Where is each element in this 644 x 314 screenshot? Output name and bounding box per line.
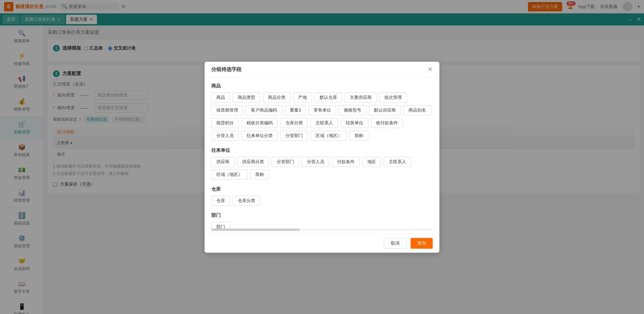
field-tag-1-4[interactable]: 付款条件 (332, 157, 360, 167)
field-section-1: 往来单位供应商供应商分类分管部门分管人员付款条件地区主联系人区域（地区）简称 (211, 147, 433, 180)
field-tag-0-4[interactable]: 默认仓库 (315, 92, 342, 103)
field-tag-1-8[interactable]: 简称 (250, 170, 269, 180)
field-tag-0-2[interactable]: 商品分类 (263, 92, 290, 103)
field-tag-0-20[interactable]: 分管人员 (211, 131, 239, 141)
field-section-title-2: 仓库 (211, 186, 433, 192)
modal-overlay: 分组待选字段 ✕ 商品商品商品类型商品分类产地默认仓库主要供应商批次管理保质期管… (0, 0, 644, 314)
field-tag-0-21[interactable]: 往来单位分类 (241, 131, 278, 141)
field-tag-0-23[interactable]: 区域（地区） (311, 131, 347, 141)
field-tag-0-11[interactable]: 规格型号 (339, 105, 366, 115)
modal-body: 商品商品商品类型商品分类产地默认仓库主要供应商批次管理保质期管理客户商品编码重量… (205, 78, 439, 229)
field-tag-0-6[interactable]: 批次管理 (379, 92, 407, 103)
field-tags-3: 部门 (211, 222, 433, 229)
field-select-modal: 分组待选字段 ✕ 商品商品商品类型商品分类产地默认仓库主要供应商批次管理保质期管… (205, 62, 439, 253)
field-tags-1: 供应商供应商分类分管部门分管人员付款条件地区主联系人区域（地区）简称 (211, 157, 433, 180)
field-tag-0-15[interactable]: 税收分类编码 (241, 118, 278, 128)
field-section-title-1: 往来单位 (211, 147, 433, 153)
field-tag-0-14[interactable]: 拣货积分 (211, 118, 239, 128)
field-tag-0-16[interactable]: 仓库分类 (280, 118, 308, 128)
field-section-title-3: 部门 (211, 212, 433, 218)
scrollbar-thumb (211, 229, 300, 231)
horizontal-scrollbar[interactable] (211, 229, 433, 231)
field-tag-0-22[interactable]: 分管部门 (280, 131, 308, 141)
field-tag-1-3[interactable]: 分管人员 (302, 157, 329, 167)
modal-header: 分组待选字段 ✕ (205, 62, 439, 78)
field-tag-0-19[interactable]: 收付款条件 (371, 118, 403, 128)
field-tags-2: 仓库仓库分类 (211, 196, 433, 206)
field-tag-0-5[interactable]: 主要供应商 (345, 92, 377, 103)
field-tag-0-7[interactable]: 保质期管理 (211, 105, 243, 115)
field-tag-0-10[interactable]: 零售单位 (309, 105, 336, 115)
field-tag-3-0[interactable]: 部门 (211, 222, 230, 229)
field-tag-1-6[interactable]: 主联系人 (384, 157, 411, 167)
modal-footer: 取消 查询 (205, 234, 439, 253)
field-section-title-0: 商品 (211, 83, 433, 89)
field-tag-1-7[interactable]: 区域（地区） (211, 170, 248, 180)
field-tag-2-1[interactable]: 仓库分类 (233, 196, 260, 206)
field-section-2: 仓库仓库仓库分类 (211, 186, 433, 206)
field-tag-0-13[interactable]: 商品别名 (404, 105, 431, 115)
field-tag-1-2[interactable]: 分管部门 (272, 157, 299, 167)
field-tag-1-0[interactable]: 供应商 (211, 157, 234, 167)
field-tag-0-0[interactable]: 商品 (211, 92, 230, 103)
modal-close-btn[interactable]: ✕ (428, 66, 433, 72)
modal-title: 分组待选字段 (211, 66, 241, 73)
field-tag-0-18[interactable]: 结算单位 (341, 118, 368, 128)
field-tag-1-1[interactable]: 供应商分类 (237, 157, 269, 167)
field-tag-0-24[interactable]: 简称 (350, 131, 368, 141)
field-tag-2-0[interactable]: 仓库 (211, 196, 230, 206)
field-section-0: 商品商品商品类型商品分类产地默认仓库主要供应商批次管理保质期管理客户商品编码重量… (211, 83, 433, 141)
field-tags-0: 商品商品类型商品分类产地默认仓库主要供应商批次管理保质期管理客户商品编码重量3零… (211, 92, 433, 141)
field-tag-0-12[interactable]: 默认供应商 (369, 105, 401, 115)
field-tag-0-9[interactable]: 重量3 (285, 105, 306, 115)
field-tag-0-17[interactable]: 主联系人 (311, 118, 338, 128)
cancel-button[interactable]: 取消 (384, 238, 407, 249)
field-tag-1-5[interactable]: 地区 (362, 157, 381, 167)
field-section-3: 部门部门 (211, 212, 433, 229)
field-tag-0-3[interactable]: 产地 (293, 92, 312, 103)
confirm-button[interactable]: 查询 (411, 238, 433, 249)
field-tag-0-1[interactable]: 商品类型 (233, 92, 260, 103)
field-tag-0-8[interactable]: 客户商品编码 (246, 105, 282, 115)
